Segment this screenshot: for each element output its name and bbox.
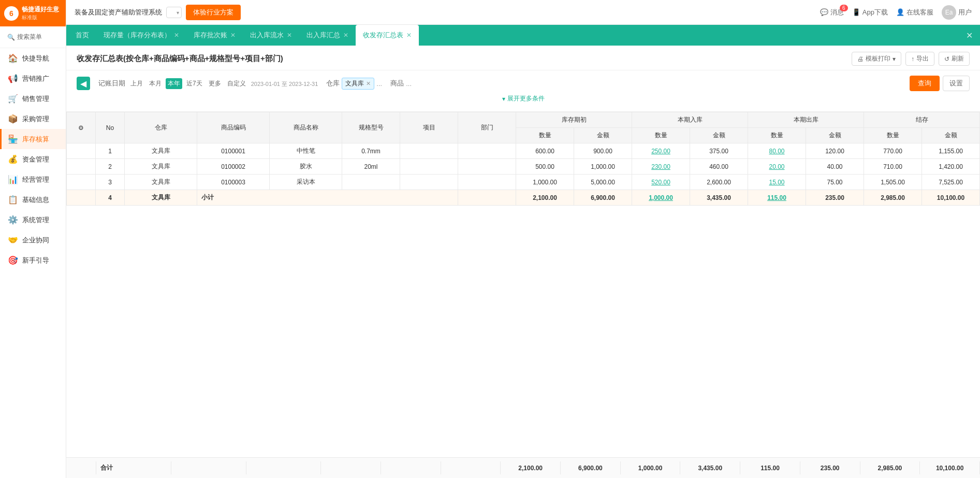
row-opening-qty: 500.00 [516, 159, 574, 175]
tab-close-receive-summary[interactable]: ✕ [406, 32, 412, 38]
total-balance-amt: 10,100.00 [920, 461, 980, 474]
service-icon: 👤 [896, 8, 904, 16]
warehouse-more[interactable]: ... [376, 80, 382, 88]
user-action[interactable]: Ea 用户 [942, 5, 972, 20]
row-out-qty[interactable]: 15.00 [748, 175, 806, 190]
subtotal-opening-amt: 6,900.00 [574, 190, 632, 206]
logo-text: 畅捷通好生意 标准版 [22, 5, 59, 21]
message-action[interactable]: 💬 消息 6 [820, 8, 844, 17]
date-btn-more[interactable]: 更多 [207, 78, 223, 89]
subtotal-out-qty[interactable]: 115.00 [748, 190, 806, 206]
row-no: 3 [96, 175, 125, 190]
row-out-qty[interactable]: 80.00 [748, 143, 806, 159]
row-settings [67, 175, 96, 190]
row-name: 采访本 [270, 175, 342, 190]
row-in-qty[interactable]: 250.00 [632, 143, 690, 159]
total-out-qty: 115.00 [740, 461, 800, 474]
sidebar-item-finance[interactable]: 💰 资金管理 [0, 149, 66, 169]
sidebar-item-marketing[interactable]: 📢 营销推广 [0, 68, 66, 89]
th-opening-amt: 金额 [574, 128, 632, 143]
row-in-qty[interactable]: 230.00 [632, 159, 690, 175]
tab-home[interactable]: 首页 [68, 25, 96, 46]
tab-inout-summary[interactable]: 出入库汇总 ✕ [299, 25, 356, 46]
warehouse-tag-close[interactable]: ✕ [366, 80, 371, 87]
th-group-out: 本期出库 [748, 112, 864, 128]
total-balance-qty: 2,985.00 [860, 461, 920, 474]
th-opening-qty: 数量 [516, 128, 574, 143]
table-row: 1 文具库 0100001 中性笔 0.7mm 600.00 900.00 25… [67, 143, 980, 159]
sidebar-item-system[interactable]: ⚙️ 系统管理 [0, 210, 66, 230]
sidebar-item-guide[interactable]: 🎯 新手引导 [0, 250, 66, 270]
th-group-opening: 库存期初 [516, 112, 632, 128]
tab-receive-summary[interactable]: 收发存汇总表 ✕ [356, 25, 419, 46]
export-button[interactable]: ↑ 导出 [905, 52, 934, 66]
date-btn-custom[interactable]: 自定义 [225, 78, 248, 89]
tab-batch[interactable]: 库存批次账 ✕ [186, 25, 243, 46]
sidebar-item-sales[interactable]: 🛒 销售管理 [0, 89, 66, 109]
row-warehouse: 文具库 [125, 175, 197, 190]
tab-inout-flow[interactable]: 出入库流水 ✕ [243, 25, 299, 46]
date-btn-this-month[interactable]: 本月 [147, 78, 164, 89]
system-select[interactable] [166, 7, 182, 18]
row-warehouse: 文具库 [125, 143, 197, 159]
sidebar-item-purchase[interactable]: 📦 采购管理 [0, 109, 66, 129]
row-project [400, 159, 458, 175]
subtotal-in-qty[interactable]: 1,000.00 [632, 190, 690, 206]
goods-more[interactable]: ... [406, 80, 412, 88]
filter-action-buttons: 查询 设置 [910, 76, 970, 91]
tab-inventory-dist[interactable]: 现存量（库存分布表） ✕ [96, 25, 186, 46]
sidebar-item-enterprise[interactable]: 🤝 企业协同 [0, 230, 66, 250]
subtotal-balance-qty: 2,985.00 [864, 190, 922, 206]
tab-close-batch[interactable]: ✕ [230, 32, 236, 38]
refresh-button[interactable]: ↺ 刷新 [939, 52, 970, 66]
row-project [400, 175, 458, 190]
filter-expand[interactable]: ▾ 展开更多条件 [77, 91, 970, 106]
tab-close-inventory-dist[interactable]: ✕ [174, 32, 179, 38]
date-btn-last-month[interactable]: 上月 [128, 78, 145, 89]
print-button[interactable]: 🖨 模板打印 ▾ [852, 52, 901, 66]
date-range-display: 2023-01-01 至 2023-12-31 [251, 80, 318, 88]
date-filter-label: 记账日期 [98, 79, 125, 88]
sidebar-item-basic[interactable]: 📋 基础信息 [0, 190, 66, 210]
chevron-down-icon: ▾ [893, 55, 896, 63]
sidebar-item-quick-nav[interactable]: 🏠 快捷导航 [0, 48, 66, 68]
experience-button[interactable]: 体验行业方案 [186, 5, 241, 20]
total-empty1 [66, 461, 96, 474]
settings-icon[interactable]: ⚙ [78, 124, 84, 132]
row-in-amt: 2,600.00 [690, 175, 748, 190]
row-out-amt: 40.00 [806, 159, 864, 175]
table-row: 3 文具库 0100003 采访本 1,000.00 5,000.00 520.… [67, 175, 980, 190]
row-in-qty[interactable]: 520.00 [632, 175, 690, 190]
th-group-balance: 结存 [864, 112, 980, 128]
date-btn-this-year[interactable]: 本年 [166, 78, 182, 89]
setting-button[interactable]: 设置 [943, 76, 970, 91]
filter-collapse-button[interactable]: ◀ [77, 77, 90, 90]
data-table: ⚙ No 仓库 商品编码 商品名称 规格型号 项目 部门 库存期初 本期入库 本… [66, 112, 980, 206]
online-service-action[interactable]: 👤 在线客服 [896, 8, 933, 17]
subtotal-row: 4 文具库 小计 2,100.00 6,900.00 1,000.00 3,43… [67, 190, 980, 206]
row-out-qty[interactable]: 20.00 [748, 159, 806, 175]
row-balance-amt: 7,525.00 [922, 175, 980, 190]
total-empty4 [321, 461, 381, 474]
tab-close-inout-summary[interactable]: ✕ [343, 32, 348, 38]
app-download-action[interactable]: 📱 App下载 [852, 8, 888, 17]
row-opening-amt: 900.00 [574, 143, 632, 159]
sales-icon: 🛒 [8, 94, 18, 104]
topbar-right: 💬 消息 6 📱 App下载 👤 在线客服 Ea 用户 [820, 5, 972, 20]
sidebar-item-inventory[interactable]: 🏪 库存核算 [0, 129, 66, 149]
row-balance-amt: 1,155.00 [922, 143, 980, 159]
search-menu-button[interactable]: 🔍 搜索菜单 [4, 31, 62, 44]
tab-close-inout-flow[interactable]: ✕ [287, 32, 292, 38]
row-out-amt: 75.00 [806, 175, 864, 190]
filter-row: ◀ 记账日期 上月 本月 本年 近7天 更多 自定义 2023-01-01 至 … [77, 76, 970, 91]
date-btn-7days[interactable]: 近7天 [184, 78, 204, 89]
query-button[interactable]: 查询 [910, 76, 940, 91]
bottom-total-bar: 合计 2,100.00 6,900.00 1,000.00 3,435.00 1… [66, 457, 980, 478]
system-name: 装备及固定资产辅助管理系统 [75, 8, 162, 17]
guide-icon: 🎯 [8, 255, 18, 265]
th-settings[interactable]: ⚙ [67, 112, 96, 143]
close-all-tabs[interactable]: ✕ [961, 31, 978, 40]
sidebar-item-operation[interactable]: 📊 经营管理 [0, 169, 66, 190]
sidebar: 6 畅捷通好生意 标准版 🔍 搜索菜单 🏠 快捷导航 📢 营销推广 🛒 销售管理… [0, 0, 66, 478]
page-header: 收发存汇总表(按仓库+商品编码+商品+规格型号+项目+部门) 🖨 模板打印 ▾ … [66, 46, 980, 70]
